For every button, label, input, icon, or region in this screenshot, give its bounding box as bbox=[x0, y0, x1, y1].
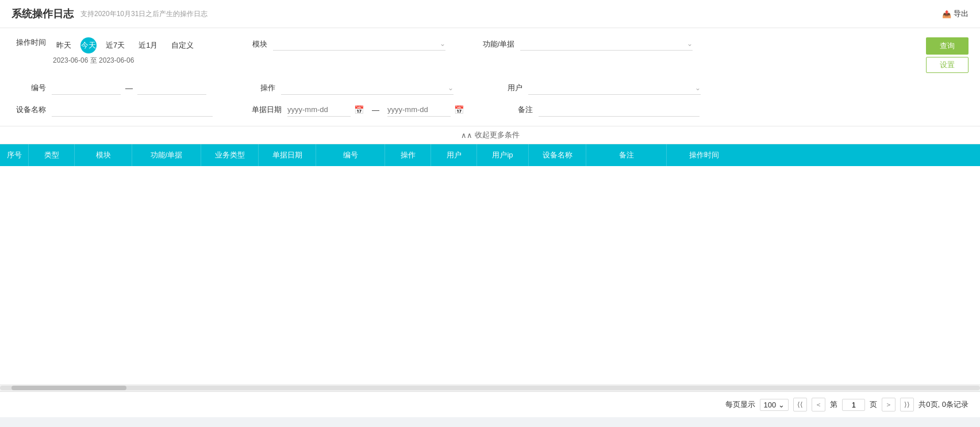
col-header-remark: 备注 bbox=[586, 144, 667, 166]
horizontal-scrollbar[interactable] bbox=[0, 384, 980, 391]
operation-select[interactable]: ⌄ bbox=[281, 82, 454, 95]
col-header-number: 编号 bbox=[316, 144, 385, 166]
user-select[interactable]: ⌄ bbox=[528, 82, 701, 95]
device-filter-item: 设备名称 bbox=[11, 103, 213, 117]
col-header-user-ip: 用户ip bbox=[477, 144, 529, 166]
time-btn-1month[interactable]: 近1月 bbox=[134, 39, 162, 52]
export-icon: 📤 bbox=[942, 10, 951, 18]
page-title: 系统操作日志 bbox=[11, 7, 74, 21]
time-range-text: 2023-06-06 至 2023-06-06 bbox=[53, 56, 198, 66]
col-header-module: 模块 bbox=[75, 144, 132, 166]
table-container: 序号 类型 模块 功能/单据 业务类型 单据日期 编号 操作 用户 用户ip 设… bbox=[0, 144, 980, 384]
user-filter-item: 用户 ⌄ bbox=[488, 82, 701, 95]
number-label: 编号 bbox=[11, 83, 52, 93]
collapse-up-icon: ∧∧ bbox=[461, 131, 472, 140]
device-label: 设备名称 bbox=[11, 105, 52, 115]
filter-section: 操作时间 昨天 今天 近7天 近1月 自定义 2023-06-06 至 2023… bbox=[0, 28, 980, 126]
col-header-function: 功能/单据 bbox=[132, 144, 201, 166]
module-filter-item: 模块 ⌄ bbox=[233, 37, 445, 51]
total-info: 共0页, 0条记录 bbox=[918, 399, 969, 410]
col-header-voucher-date: 单据日期 bbox=[259, 144, 316, 166]
prev-page-button[interactable]: ＜ bbox=[812, 398, 825, 411]
col-header-op-time: 操作时间 bbox=[667, 144, 741, 166]
time-filter-group: 昨天 今天 近7天 近1月 自定义 2023-06-06 至 2023-06-0… bbox=[52, 37, 198, 66]
number-filter-item: 编号 — bbox=[11, 81, 206, 95]
module-select[interactable]: ⌄ bbox=[273, 37, 445, 51]
time-btn-today[interactable]: 今天 bbox=[80, 37, 97, 53]
last-page-button[interactable]: ⟩⟩ bbox=[900, 398, 914, 411]
function-select[interactable]: ⌄ bbox=[520, 37, 693, 51]
collapse-bar: ∧∧ 收起更多条件 bbox=[0, 126, 980, 144]
pagination-bar: 每页显示 100 ⌄ ⟨⟨ ＜ 第 页 ＞ ⟩⟩ 共0页, 0条记录 bbox=[0, 391, 980, 417]
collapse-button[interactable]: ∧∧ 收起更多条件 bbox=[461, 130, 520, 140]
number-to-input[interactable] bbox=[137, 81, 206, 95]
action-buttons: 查询 设置 bbox=[926, 37, 969, 73]
time-btn-7days[interactable]: 近7天 bbox=[101, 39, 129, 52]
number-from-input[interactable] bbox=[52, 81, 121, 95]
function-filter-item: 功能/单据 ⌄ bbox=[480, 37, 693, 51]
page-size-value: 100 bbox=[764, 401, 777, 409]
number-dash: — bbox=[125, 84, 133, 93]
col-header-index: 序号 bbox=[0, 144, 29, 166]
remark-label: 备注 bbox=[498, 105, 539, 115]
query-button[interactable]: 查询 bbox=[926, 37, 969, 55]
scrollbar-track bbox=[0, 386, 980, 390]
date-to-input[interactable] bbox=[387, 103, 451, 117]
per-page-label: 每页显示 bbox=[725, 399, 755, 410]
col-header-operation: 操作 bbox=[385, 144, 431, 166]
operation-chevron-icon: ⌄ bbox=[448, 84, 454, 92]
remark-input[interactable] bbox=[539, 103, 700, 117]
page-number-input[interactable] bbox=[842, 399, 865, 411]
date-input-group: 📅 — 📅 bbox=[287, 103, 464, 117]
table-body bbox=[0, 166, 980, 384]
scrollbar-thumb[interactable] bbox=[11, 386, 126, 390]
time-btn-yesterday[interactable]: 昨天 bbox=[52, 39, 76, 52]
date-from-input[interactable] bbox=[287, 103, 351, 117]
operation-label: 操作 bbox=[241, 83, 281, 93]
collapse-label: 收起更多条件 bbox=[475, 130, 520, 140]
export-button[interactable]: 📤 导出 bbox=[942, 9, 969, 19]
col-header-user: 用户 bbox=[431, 144, 477, 166]
time-label: 操作时间 bbox=[11, 37, 52, 48]
page-size-select[interactable]: 100 ⌄ bbox=[760, 399, 789, 411]
device-input[interactable] bbox=[52, 103, 213, 117]
date-dash: — bbox=[372, 106, 379, 114]
first-page-button[interactable]: ⟨⟨ bbox=[793, 398, 807, 411]
next-page-button[interactable]: ＞ bbox=[882, 398, 896, 411]
page-number-label: 第 bbox=[830, 399, 837, 410]
function-chevron-icon: ⌄ bbox=[687, 40, 693, 48]
page-header: 系统操作日志 支持2020年10月31日之后产生的操作日志 📤 导出 bbox=[0, 0, 980, 28]
remark-filter-item: 备注 bbox=[498, 103, 700, 117]
time-filter-item: 操作时间 昨天 今天 近7天 近1月 自定义 2023-06-06 至 2023… bbox=[11, 37, 198, 66]
user-label: 用户 bbox=[488, 83, 528, 93]
voucher-date-filter-item: 单据日期 📅 — 📅 bbox=[247, 103, 464, 117]
calendar-to-icon[interactable]: 📅 bbox=[454, 105, 464, 114]
calendar-from-icon[interactable]: 📅 bbox=[354, 105, 364, 114]
table-header: 序号 类型 模块 功能/单据 业务类型 单据日期 编号 操作 用户 用户ip 设… bbox=[0, 144, 980, 166]
col-header-type: 类型 bbox=[29, 144, 75, 166]
settings-button[interactable]: 设置 bbox=[926, 57, 969, 73]
operation-filter-item: 操作 ⌄ bbox=[241, 82, 454, 95]
time-btn-custom[interactable]: 自定义 bbox=[167, 39, 198, 52]
module-label: 模块 bbox=[233, 39, 273, 49]
page-size-chevron-icon: ⌄ bbox=[778, 401, 785, 409]
module-chevron-icon: ⌄ bbox=[440, 40, 445, 48]
function-label: 功能/单据 bbox=[480, 39, 520, 49]
col-header-biz-type: 业务类型 bbox=[201, 144, 259, 166]
voucher-date-label: 单据日期 bbox=[247, 105, 287, 115]
col-header-device: 设备名称 bbox=[529, 144, 586, 166]
page-subtitle: 支持2020年10月31日之后产生的操作日志 bbox=[80, 9, 207, 19]
user-chevron-icon: ⌄ bbox=[695, 84, 701, 92]
page-end-label: 页 bbox=[870, 399, 877, 410]
